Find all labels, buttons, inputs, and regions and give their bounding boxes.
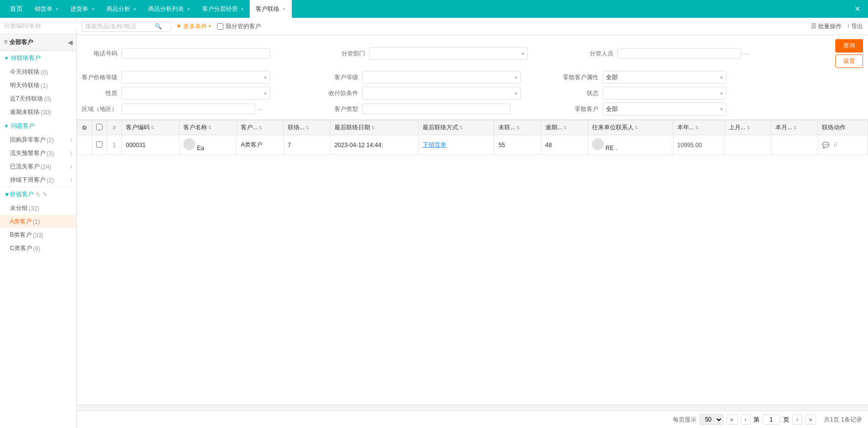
sort-icon6: ⇅ — [459, 125, 463, 130]
edit-icon[interactable]: ✎ — [43, 191, 48, 198]
overdue-header[interactable]: 逾期...⇅ — [541, 120, 588, 135]
sort-icon5: ⇅ — [371, 125, 375, 130]
sidebar-search-input[interactable] — [4, 22, 78, 29]
first-page-button[interactable]: « — [726, 415, 738, 425]
search-box[interactable]: 🔍 — [82, 21, 171, 32]
phone-input[interactable] — [121, 48, 270, 59]
export-button[interactable]: ↑ 导出 — [847, 22, 863, 31]
manager-input[interactable] — [617, 48, 741, 59]
sidebar-item-churned[interactable]: 已流失客户 (24) ℹ — [0, 160, 76, 173]
name-header[interactable]: 客户名称⇅ — [179, 120, 237, 135]
manager-dots-button[interactable]: ··· — [743, 50, 749, 57]
prev-page-button[interactable]: ‹ — [741, 415, 751, 425]
sidebar-item-a-class[interactable]: A类客户 (1) — [0, 215, 76, 228]
gear-header[interactable]: ⚙ — [77, 120, 92, 135]
nature-select[interactable]: ▾ — [121, 87, 270, 100]
last-month-header[interactable]: 上月...⇅ — [724, 120, 771, 135]
payment-select[interactable]: ▾ — [362, 87, 521, 100]
select-all-checkbox[interactable] — [96, 124, 103, 130]
unit-avatar — [592, 138, 604, 150]
code-header[interactable]: 客户编码⇅ — [122, 120, 179, 135]
customer-type-input[interactable] — [362, 104, 511, 114]
sort-icon11: ⇅ — [747, 125, 751, 130]
retail-customer-select[interactable]: 全部 ▾ — [602, 103, 726, 115]
sidebar-item-tomorrow-contact[interactable]: 明天待联络 (1) — [0, 79, 76, 92]
sidebar-item-abnormal-repurchase[interactable]: 回购异常客户 (2) ℹ — [0, 133, 76, 147]
close-sales-tab[interactable]: × — [55, 6, 58, 12]
batch-operation-button[interactable]: ☰ 批量操作 — [811, 22, 842, 31]
batch-icon: ☰ — [811, 23, 816, 30]
chevron-down-icon9: ▾ — [720, 107, 723, 112]
row-code: 000031 — [122, 135, 179, 155]
close-goods-tab[interactable]: × — [133, 6, 136, 12]
sidebar-item-declining[interactable]: 持续下滑客户 (2) ℹ — [0, 173, 76, 187]
price-grade-label: 客户价格等级 — [82, 73, 121, 82]
section-pending-contact[interactable]: ▼ 待联络客户 — [0, 51, 76, 65]
nav-tab-goods-list[interactable]: 商品分析列表 × — [142, 0, 196, 18]
close-purchase-tab[interactable]: × — [91, 6, 94, 12]
manager-filter: 分管人员 ··· — [578, 48, 825, 59]
last-date-header[interactable]: 最后联络日期⇅ — [330, 120, 418, 135]
last-page-button[interactable]: » — [805, 415, 816, 425]
query-button[interactable]: 查询 — [835, 39, 863, 53]
sidebar-item-unclassified[interactable]: 未分组 (32) — [0, 202, 76, 215]
type-header[interactable]: 客户...⇅ — [237, 120, 283, 135]
horizontal-scrollbar[interactable] — [77, 405, 868, 411]
sidebar-item-churn-warning[interactable]: 流失预警客户 (3) ℹ — [0, 147, 76, 160]
status-select[interactable]: ▾ — [602, 87, 726, 100]
price-grade-select[interactable]: ▾ — [121, 71, 270, 84]
row-contact: 7 — [283, 135, 330, 155]
nav-home[interactable]: 首页 — [4, 0, 29, 18]
last-method-header[interactable]: 最后联络方式⇅ — [419, 120, 494, 135]
page-size-select[interactable]: 50 — [700, 414, 723, 425]
close-all-button[interactable]: × — [851, 4, 864, 14]
more-filters-button[interactable]: ▼ 更多条件 ▾ — [176, 22, 211, 31]
close-goods-list-tab[interactable]: × — [187, 6, 190, 12]
unit-contact-header[interactable]: 往来单位联系人⇅ — [588, 120, 673, 135]
sidebar-item-b-class[interactable]: B类客户 (33) — [0, 228, 76, 242]
row-last-method[interactable]: 下销货单 — [419, 135, 494, 155]
collapse-sidebar-icon[interactable]: ◀ — [68, 39, 72, 46]
nav-tab-purchase[interactable]: 进货单 × — [64, 0, 100, 18]
more-icon[interactable]: ⠿ — [833, 142, 838, 149]
not-contact-header[interactable]: 未联...⇅ — [494, 120, 541, 135]
nav-tab-sales[interactable]: 销货单 × — [29, 0, 64, 18]
retail-customer-filter: 零散客户 全部 ▾ — [563, 103, 804, 115]
sidebar-item-7days-contact[interactable]: 近7天待联络 (0) — [0, 92, 76, 106]
section-value-customers[interactable]: ▼ 价值客户 ↻ ✎ — [0, 187, 76, 202]
close-contact-tab[interactable]: × — [282, 6, 285, 12]
table-header-row: ⚙ # 客户编码⇅ 客户名称⇅ 客户...⇅ 联络...⇅ 最后联络日期⇅ 最后… — [77, 120, 868, 135]
nav-tab-customer-contact[interactable]: 客户联络 × — [250, 0, 291, 18]
dept-select[interactable]: ▾ — [369, 47, 528, 60]
refresh-icon[interactable]: ↻ — [36, 191, 41, 198]
chevron-down-icon: ▾ — [209, 24, 211, 29]
search-input[interactable] — [85, 23, 155, 30]
sidebar-item-today-contact[interactable]: 今天待联络 (0) — [0, 65, 76, 79]
sidebar-search-box[interactable]: 🔍 — [0, 18, 76, 34]
row-unit-contact: RE . — [588, 135, 673, 155]
contact-header[interactable]: 联络...⇅ — [283, 120, 330, 135]
chat-icon[interactable]: 💬 — [822, 142, 829, 149]
nav-tab-customer-segment[interactable]: 客户分层经营 × — [196, 0, 250, 18]
sort-icon10: ⇅ — [695, 125, 699, 130]
next-page-button[interactable]: › — [792, 415, 802, 425]
check-header[interactable] — [92, 120, 107, 135]
chevron-down-icon4: ▾ — [515, 75, 517, 80]
nav-tab-goods-analysis[interactable]: 商品分析 × — [101, 0, 142, 18]
region-input[interactable] — [121, 104, 255, 114]
close-segment-tab[interactable]: × — [241, 6, 244, 12]
sidebar-item-c-class[interactable]: C类客户 (6) — [0, 242, 76, 255]
page-input[interactable] — [762, 415, 780, 425]
retail-attr-select[interactable]: 全部 ▾ — [602, 71, 726, 84]
section-problem-customers[interactable]: ▼ 问题客户 — [0, 119, 76, 133]
region-dots-button[interactable]: ··· — [257, 105, 263, 113]
this-month-header[interactable]: 本月...⇅ — [771, 120, 817, 135]
customer-grade-select[interactable]: ▾ — [362, 71, 521, 84]
row-checkbox-cell[interactable] — [92, 135, 107, 155]
search-icon[interactable]: 🔍 — [155, 23, 162, 30]
row-checkbox[interactable] — [96, 141, 103, 148]
settings-button[interactable]: 设置 — [835, 54, 863, 68]
this-year-header[interactable]: 本年...⇅ — [673, 120, 724, 135]
sidebar-item-overdue-contact[interactable]: 逾期未联络 (30) — [0, 106, 76, 119]
my-customers-checkbox[interactable] — [217, 23, 223, 30]
